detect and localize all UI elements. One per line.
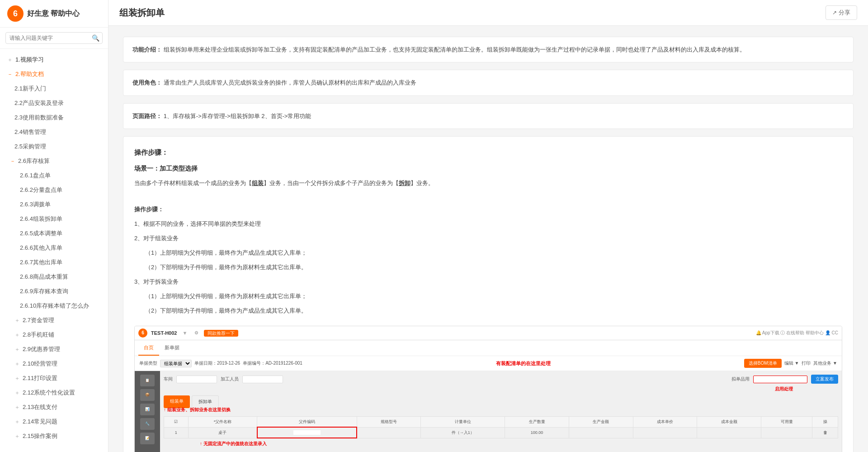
sidebar-item-faq[interactable]: ＋ 2.14常见问题	[0, 414, 108, 429]
mock-right-panel: 车间 加工人员 拟单品用 立案发布 启用处理	[160, 371, 842, 452]
sidebar-item-help-docs[interactable]: － 2.帮助文档	[0, 67, 108, 81]
sidebar-item-coupon[interactable]: ＋ 2.9优惠券管理	[0, 342, 108, 357]
sidebar-item-inventory-split[interactable]: 2.6.2分量盘点单	[0, 183, 108, 197]
mock-icon-5[interactable]: 📝	[140, 433, 155, 444]
cases-expand-icon: ＋	[14, 433, 20, 440]
steps-block: 操作步骤： 场景一：加工类型选择 当由多个子件材料组装成一个成品的业务为【组装】…	[123, 136, 854, 452]
scene1-desc: 当由多个子件材料组装成一个成品的业务为【组装】业务，当由一个父件拆分成多个子产品…	[134, 177, 842, 189]
mock-doc-type-select[interactable]: 组装单据 拆卸单据	[160, 360, 192, 367]
main-content: 组装拆卸单 ↗ 分享 功能介绍： 组装拆卸单用来处理企业组装或拆卸等加工业务，支…	[108, 0, 868, 452]
sidebar-item-other-out[interactable]: 2.6.7其他出库单	[0, 255, 108, 270]
sidebar-item-other-in[interactable]: 2.6.6其他入库单	[0, 241, 108, 255]
step3: 3、对于拆装业务	[134, 276, 842, 288]
mobile-expand-icon: ＋	[14, 331, 20, 339]
mock-draft-input[interactable]	[753, 376, 807, 383]
sidebar-item-newbie[interactable]: 2.1新手入门	[0, 81, 108, 96]
func-intro-label: 功能介绍：	[132, 46, 162, 53]
sidebar-item-inventory-count[interactable]: 2.6.1盘点单	[0, 168, 108, 183]
mock-annotation-text3: 启用处理	[775, 385, 793, 394]
sidebar-item-stock-error[interactable]: 2.6.10库存账本错了怎么办	[0, 299, 108, 313]
finance-expand-icon: ＋	[14, 317, 20, 324]
mock-annotation-text1: 有装配清单的在这里处理	[305, 358, 741, 368]
mock-parent-table: ☑ *父件名称 父件编码 规格型号 计量单位 生产数量 生产金额 成本单价	[164, 416, 838, 448]
main-header: 组装拆卸单 ↗ 分享	[108, 0, 868, 26]
search-button[interactable]: 🔍	[92, 34, 99, 42]
sidebar-item-operation[interactable]: ＋ 2.10经营管理	[0, 357, 108, 371]
mock-tab-new[interactable]: 新单据	[159, 340, 185, 356]
mock-main-area: 📋 📦 📊 🔧 📝 车间 加工人员	[135, 371, 842, 452]
mock-toolbar: 单据类型 组装单据 拆卸单据 单据日期：2019-12-26 单据编号：AD-2…	[135, 356, 842, 371]
mock-icon-3[interactable]: 📊	[140, 404, 155, 415]
mock-logo: 6	[138, 328, 147, 338]
step2-2: （2）下部明细为子件明细，最终作为原材料生成其它出库单。	[134, 262, 842, 273]
sidebar-item-purchase[interactable]: 2.5采购管理	[0, 139, 108, 154]
func-intro-block: 功能介绍： 组装拆卸单用来处理企业组装或拆卸等加工业务，支持有固定装配清单的产品…	[123, 37, 854, 62]
path-label: 页面路径：	[132, 113, 162, 119]
sidebar-item-data-prep[interactable]: 2.3使用前数据准备	[0, 110, 108, 125]
share-icon: ↗	[832, 10, 837, 16]
func-intro-text: 组装拆卸单用来处理企业组装或拆卸等加工业务，支持有固定装配清单的产品加工业务，也…	[164, 46, 745, 53]
sidebar-item-cost-adjust[interactable]: 2.6.5成本调整单	[0, 226, 108, 241]
sidebar-header: 6 好生意 帮助中心	[0, 0, 108, 28]
sidebar-item-stock-check[interactable]: 2.6.9库存账本查询	[0, 284, 108, 299]
sidebar-item-adjust[interactable]: 2.6.3调拨单	[0, 197, 108, 212]
mock-icon-4[interactable]: 🔧	[140, 418, 155, 430]
coupon-expand-icon: ＋	[14, 346, 20, 353]
mock-form-row1: 车间 加工人员 拟单品用 立案发布	[164, 375, 838, 384]
sidebar-item-print[interactable]: ＋ 2.11打印设置	[0, 371, 108, 385]
screenshot-container: 6 TEST-H002 ▼ ⚙ 同款推荐一下 🔔 App下载 ⓘ 在线帮助 帮助…	[134, 326, 842, 452]
search-box[interactable]: 🔍	[0, 28, 108, 49]
screenshot: 6 TEST-H002 ▼ ⚙ 同款推荐一下 🔔 App下载 ⓘ 在线帮助 帮助…	[135, 326, 842, 452]
op-steps-title: 操作步骤：	[134, 146, 842, 159]
mock-annotation-text2: ↑ 组装业务、拆卸业务在这里切换	[164, 405, 231, 414]
mock-doc-tabs: 组装单 拆卸单	[164, 395, 838, 408]
sidebar-item-mobile[interactable]: ＋ 2.8手机旺铺	[0, 328, 108, 342]
collapse-icon: －	[7, 71, 13, 78]
sidebar-item-sales[interactable]: 2.4销售管理	[0, 125, 108, 139]
search-input[interactable]	[5, 32, 103, 44]
expand-icon: ＋	[7, 56, 13, 64]
role-label: 使用角色：	[132, 79, 162, 86]
sidebar-item-cost-calc[interactable]: 2.6.8商品成本重算	[0, 270, 108, 284]
scene1-title: 场景一：加工类型选择	[134, 162, 842, 175]
path-block: 页面路径： 1、库存核算->库存管理->组装拆卸单 2、首页->常用功能	[123, 103, 854, 129]
inventory-collapse-icon: －	[10, 157, 15, 165]
sidebar-item-install[interactable]: 2.2产品安装及登录	[0, 96, 108, 110]
sidebar-item-finance[interactable]: ＋ 2.7资金管理	[0, 313, 108, 328]
mock-parent-code-input[interactable]	[293, 430, 321, 435]
operation-expand-icon: ＋	[14, 360, 20, 368]
sidebar-item-inventory[interactable]: － 2.6库存核算	[0, 154, 108, 168]
mock-icon-2[interactable]: 📦	[140, 389, 155, 401]
nav-tree: ＋ 1.视频学习 － 2.帮助文档 2.1新手入门 2.2产品安装及登录 2.3…	[0, 49, 108, 452]
step3-2: （2）下部明细为子件明细，最终作为产成品生成其它入库单。	[134, 305, 842, 317]
mock-worker-input[interactable]	[242, 376, 283, 383]
faq-expand-icon: ＋	[14, 418, 20, 426]
sidebar-item-assemble[interactable]: 2.6.4组装拆卸单	[0, 212, 108, 226]
mock-confirm-btn[interactable]: 立案发布	[811, 375, 838, 384]
mock-arrow-annotation: ↑ 无固定流产中的值统在这里录入	[200, 439, 838, 448]
mock-tabs-area: 组装单 拆卸单 ↑ 组装业务、拆卸业务在这里切换	[164, 395, 838, 408]
mock-annotation-row: 启用处理	[164, 385, 838, 394]
mock-left-panel: 📋 📦 📊 🔧 📝	[135, 371, 160, 452]
mock-tab-list[interactable]: 自页	[138, 340, 159, 356]
share-button[interactable]: ↗ 分享	[826, 5, 857, 20]
mock-select-bom-btn[interactable]: 选择BOM清单	[744, 359, 782, 368]
sidebar-item-cases[interactable]: ＋ 2.15操作案例	[0, 429, 108, 443]
print-expand-icon: ＋	[14, 375, 20, 382]
step2-1: （1）上部明细为父件明细，最终作为产成品生成其它入库单；	[134, 247, 842, 259]
sidebar-item-online-pay[interactable]: ＋ 2.13在线支付	[0, 400, 108, 414]
sidebar-item-personalize[interactable]: ＋ 2.12系统个性化设置	[0, 385, 108, 400]
step2: 2、对于组装业务	[134, 233, 842, 244]
mock-workshop-input[interactable]	[176, 376, 217, 383]
path-text: 1、库存核算->库存管理->组装拆卸单 2、首页->常用功能	[164, 113, 311, 119]
step3-1: （1）上部明细为父件明细，最终作为原材料生成其它出库单；	[134, 290, 842, 302]
sidebar-item-video[interactable]: ＋ 1.视频学习	[0, 52, 108, 67]
role-block: 使用角色： 通常由生产人员或库管人员完成拆装业务的操作，库管人员确认原材料的出库…	[123, 70, 854, 95]
online-pay-expand-icon: ＋	[14, 404, 20, 411]
personalize-expand-icon: ＋	[14, 389, 20, 397]
mock-subnav: 自页 新单据	[135, 340, 842, 356]
sidebar: 6 好生意 帮助中心 🔍 ＋ 1.视频学习 － 2.帮助文档 2.1新手入门 2…	[0, 0, 108, 452]
mock-app-bar: 6 TEST-H002 ▼ ⚙ 同款推荐一下 🔔 App下载 ⓘ 在线帮助 帮助…	[135, 326, 842, 340]
mock-app-name: TEST-H002	[151, 328, 177, 338]
mock-icon-1[interactable]: 📋	[140, 375, 155, 386]
